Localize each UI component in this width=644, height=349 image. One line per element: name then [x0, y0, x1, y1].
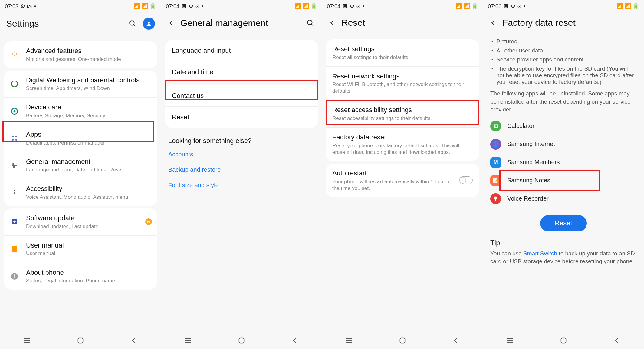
item-title: Reset network settings [332, 72, 473, 81]
home-button[interactable] [559, 336, 568, 345]
item-sub: Screen time, App timers, Wind Down [26, 85, 152, 92]
wifi-icon: 📶 [617, 3, 623, 10]
tip-title: Tip [490, 239, 637, 247]
gm-group-1: Language and input Date and time [165, 40, 318, 83]
digital-wellbeing[interactable]: Digital Wellbeing and parental controlsS… [4, 71, 157, 98]
svg-point-12 [13, 163, 14, 165]
screen-settings: 07:03 ⚙ 🛍 • 📶 📶 🔋 Settings Advanced feat… [0, 0, 161, 349]
advanced-features[interactable]: Advanced featuresMotions and gestures, O… [4, 41, 157, 68]
accessibility-icon [9, 187, 20, 198]
svg-line-1 [133, 25, 135, 26]
back-button[interactable] [291, 336, 299, 345]
settings-group-3: Software updateDownload updates, Last up… [4, 208, 157, 290]
item-title: Reset settings [332, 45, 473, 54]
smart-switch-link[interactable]: Smart Switch [523, 250, 557, 257]
gear-icon: ⚙ [20, 3, 25, 10]
internet-icon: 🌐 [490, 139, 501, 150]
gear-icon: ⚙ [350, 3, 354, 10]
more-icon: • [34, 3, 36, 10]
header: Factory data reset [483, 12, 644, 37]
svg-rect-30 [239, 338, 244, 343]
general-icon [9, 160, 20, 171]
bullet-decryption: The decryption key for files on the SD c… [490, 64, 637, 87]
svg-rect-34 [400, 338, 405, 343]
contact-us[interactable]: Contact us [165, 85, 318, 106]
settings-group-2: Digital Wellbeing and parental controlsS… [4, 71, 157, 206]
image-icon: 🖼 [503, 3, 509, 10]
reset[interactable]: Reset [165, 106, 318, 128]
back-icon[interactable] [489, 18, 498, 27]
home-button[interactable] [237, 336, 246, 345]
looking-label: Looking for something else? [161, 130, 322, 147]
nav-bar [161, 332, 322, 349]
page-title: Reset [341, 18, 477, 28]
factory-reset[interactable]: Factory data resetReset your phone to it… [326, 127, 479, 161]
device-care-icon [9, 106, 20, 117]
store-icon: 🛍 [27, 3, 32, 10]
settings-group-1: Advanced featuresMotions and gestures, O… [4, 41, 157, 68]
app-notes: 📝 Samsung Notes [490, 171, 637, 190]
back-button[interactable] [130, 336, 138, 345]
reset-accessibility[interactable]: Reset accessibility settingsReset access… [326, 100, 479, 127]
back-icon[interactable] [328, 18, 337, 27]
header: General management [161, 12, 322, 38]
software-update[interactable]: Software updateDownload updates, Last up… [4, 208, 157, 235]
recents-button[interactable] [23, 336, 31, 345]
item-title: User manual [26, 241, 152, 250]
reset-network[interactable]: Reset network settingsReset Wi-Fi, Bluet… [326, 66, 479, 100]
date-time[interactable]: Date and time [165, 61, 318, 83]
link-accounts[interactable]: Accounts [161, 147, 322, 162]
status-bar: 07:06 🖼 ⚙ ⊘ • 📶 📶 🔋 [483, 0, 644, 12]
home-button[interactable] [76, 336, 85, 345]
battery-icon: 🔋 [632, 3, 639, 10]
search-icon[interactable] [305, 18, 316, 28]
back-icon[interactable] [167, 19, 176, 27]
home-button[interactable] [398, 336, 407, 345]
apps[interactable]: AppsDefault apps, Permission manager [4, 125, 157, 152]
general-management[interactable]: General managementLanguage and input, Da… [4, 152, 157, 179]
item-title: Apps [26, 130, 152, 139]
svg-point-14 [13, 166, 15, 168]
svg-point-25 [307, 20, 312, 25]
gear-icon: ⚙ [511, 3, 515, 10]
recents-button[interactable] [345, 336, 353, 345]
device-care[interactable]: Device careBattery, Storage, Memory, Sec… [4, 97, 157, 125]
back-button[interactable] [452, 336, 460, 345]
recents-button[interactable] [506, 336, 514, 345]
factory-reset-content: Pictures All other user data Service pro… [483, 37, 644, 302]
svg-point-6 [15, 136, 17, 138]
search-icon[interactable] [127, 18, 138, 29]
item-sub: Motions and gestures, One-handed mode [26, 56, 152, 63]
link-backup[interactable]: Backup and restore [161, 162, 322, 178]
app-calculator: ⊞ Calculator [490, 117, 637, 135]
item-sub: Your phone will restart automatically wi… [332, 178, 453, 192]
svg-point-7 [12, 139, 14, 141]
item-title: Auto restart [332, 169, 453, 178]
recents-button[interactable] [184, 336, 192, 345]
user-manual[interactable]: ? User manualUser manual [4, 235, 157, 263]
item-sub: Language and input, Date and time, Reset [26, 167, 152, 173]
avatar[interactable] [143, 18, 155, 30]
auto-restart[interactable]: Auto restartYour phone will restart auto… [326, 164, 479, 197]
voice-icon: 🎙 [490, 193, 501, 204]
item-sub: Status, Legal information, Phone name [26, 278, 152, 284]
about-phone[interactable]: i About phoneStatus, Legal information, … [4, 263, 157, 290]
svg-point-2 [148, 22, 150, 24]
store-icon: ⊘ [195, 3, 200, 10]
back-button[interactable] [613, 336, 621, 345]
gear-icon: ⚙ [189, 3, 193, 10]
status-bar: 07:03 ⚙ 🛍 • 📶 📶 🔋 [0, 0, 161, 12]
reset-settings[interactable]: Reset settingsReset all settings to thei… [326, 39, 479, 66]
accessibility[interactable]: AccessibilityVoice Assistant, Mono audio… [4, 179, 157, 206]
auto-restart-toggle[interactable] [459, 176, 473, 184]
language-input[interactable]: Language and input [165, 40, 318, 61]
nav-bar [322, 332, 483, 349]
link-font[interactable]: Font size and style [161, 178, 322, 193]
svg-point-13 [15, 165, 16, 166]
item-sub: Battery, Storage, Memory, Security [26, 112, 152, 119]
item-title: About phone [26, 268, 152, 277]
reset-button[interactable]: Reset [540, 215, 586, 231]
calculator-icon: ⊞ [490, 121, 501, 131]
info-icon: i [9, 271, 20, 282]
wifi-icon: 📶 [295, 3, 301, 10]
